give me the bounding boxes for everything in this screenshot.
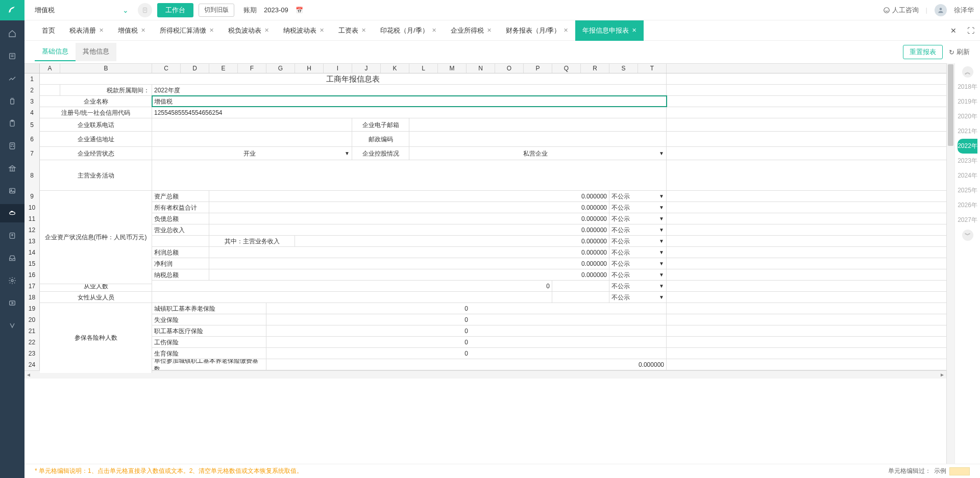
col-header-P[interactable]: P [524,64,552,73]
close-icon[interactable]: ✕ [209,27,214,34]
tab-财务报表（月/季）[interactable]: 财务报表（月/季）✕ [499,20,576,41]
nav-calc-icon[interactable] [0,137,24,155]
tab-企业所得税[interactable]: 企业所得税✕ [444,20,499,41]
col-header-H[interactable]: H [295,64,324,73]
row-header-18[interactable]: 18 [24,292,40,303]
row-header-9[interactable]: 9 [24,191,40,202]
avatar[interactable] [935,4,947,16]
dropdown-disclose-total_assets[interactable]: 不公示▼ [609,191,667,202]
cell-female[interactable] [152,292,552,303]
row-header-16[interactable]: 16 [24,269,40,281]
close-icon[interactable]: ✕ [361,27,366,34]
row-header-12[interactable]: 12 [24,224,40,236]
cell-injury[interactable]: 0 [266,337,667,347]
reset-report-button[interactable]: 重置报表 [903,45,943,59]
close-icon[interactable]: ✕ [264,27,269,34]
dropdown-disclose-profit[interactable]: 不公示▼ [609,247,667,258]
cell-equity[interactable]: 0.000000 [209,202,609,213]
col-header-O[interactable]: O [495,64,524,73]
col-header-N[interactable]: N [467,64,495,73]
row-header-8[interactable]: 8 [24,160,40,191]
nav-jar-icon[interactable] [0,92,24,110]
dropdown-holding[interactable]: 私营企业▼ [409,147,667,160]
cell-netprofit[interactable]: 0.000000 [209,258,609,269]
row-header-4[interactable]: 4 [24,107,40,118]
cell-regno[interactable]: 12554585554554656254 [152,107,667,118]
dropdown-disclose-tax[interactable]: 不公示▼ [609,269,667,280]
year-2025年[interactable]: 2025年 [958,183,977,198]
row-header-15[interactable]: 15 [24,258,40,269]
close-icon[interactable]: ✕ [487,27,492,34]
close-icon[interactable]: ✕ [141,27,145,34]
year-2026年[interactable]: 2026年 [958,198,977,213]
cell-medical[interactable]: 0 [266,325,667,336]
tab-税表清册[interactable]: 税表清册✕ [62,20,111,41]
dropdown-status[interactable]: 开业▼ [152,147,352,160]
cell-pension[interactable]: 0 [266,303,667,314]
cell-tax[interactable]: 0.000000 [209,269,609,280]
nav-pillar-icon[interactable] [0,159,24,178]
tab-工资表[interactable]: 工资表✕ [331,20,373,41]
nav-ledger-icon[interactable] [0,47,24,65]
consult-link[interactable]: 人工咨询 [883,6,919,15]
year-2021年[interactable]: 2021年 [958,124,977,139]
cell-unemployment[interactable]: 0 [266,314,667,325]
vertical-scrollbar[interactable] [946,63,954,464]
horizontal-scrollbar[interactable]: ◄► [24,370,946,379]
doc-circle-button[interactable] [138,3,152,17]
nav-settings-icon[interactable] [0,271,24,290]
col-header-K[interactable]: K [381,64,409,73]
col-header-F[interactable]: F [238,64,266,73]
row-header-6[interactable]: 6 [24,132,40,147]
year-down-icon[interactable]: ︾ [962,230,973,241]
row-header-10[interactable]: 10 [24,202,40,213]
workspace-button[interactable]: 工作台 [157,3,193,17]
tab-增值税[interactable]: 增值税✕ [111,20,153,41]
subtab-basic[interactable]: 基础信息 [35,43,76,61]
row-header-7[interactable]: 7 [24,147,40,160]
dropdown-disclose-revenue[interactable]: 不公示▼ [609,224,667,235]
cell-pension_base[interactable]: 0.000000 [266,359,667,370]
col-header-T[interactable]: T [638,64,667,73]
dropdown-disclose-female[interactable]: 不公示▼ [609,292,667,303]
nav-bowl-icon[interactable] [0,204,24,222]
spreadsheet[interactable]: ABCDEFGHIJKLMNOPQRST 1工商年报信息表2税款所属期间：202… [24,63,946,464]
cell-employees[interactable]: 0 [152,281,552,291]
year-2018年[interactable]: 2018年 [958,80,977,94]
year-up-icon[interactable]: ︽ [962,66,973,78]
cell-profit[interactable]: 0.000000 [209,247,609,258]
company-dropdown[interactable]: 增值税 ⌄ [31,3,133,17]
col-header-E[interactable]: E [209,64,238,73]
cell-email[interactable] [409,118,667,131]
calendar-icon[interactable]: 📅 [296,7,303,14]
row-header-5[interactable]: 5 [24,118,40,132]
tab-首页[interactable]: 首页 [35,20,62,41]
year-2027年[interactable]: 2027年 [958,213,977,228]
col-header-J[interactable]: J [352,64,381,73]
tab-纳税波动表[interactable]: 纳税波动表✕ [276,20,331,41]
row-header-19[interactable]: 19 [24,303,40,314]
row-header-13[interactable]: 13 [24,236,40,247]
year-2023年[interactable]: 2023年 [958,154,977,168]
tab-印花税（月/季）[interactable]: 印花税（月/季）✕ [373,20,444,41]
cell-revenue_sub[interactable]: 0.000000 [295,236,609,246]
cell-maternity[interactable]: 0 [266,348,667,359]
nav-inbox-icon[interactable] [0,249,24,267]
nav-clipboard-icon[interactable] [0,114,24,133]
row-header-1[interactable]: 1 [24,73,40,85]
tab-税负波动表[interactable]: 税负波动表✕ [221,20,276,41]
cell-address[interactable] [152,132,352,146]
period-value[interactable]: 2023-09 [264,6,288,14]
col-header-D[interactable]: D [181,64,209,73]
year-2019年[interactable]: 2019年 [958,94,977,109]
row-header-21[interactable]: 21 [24,325,40,337]
nav-export-icon[interactable] [0,227,24,245]
nav-image-icon[interactable] [0,182,24,200]
row-header-17[interactable]: 17 [24,281,40,292]
row-header-14[interactable]: 14 [24,247,40,258]
nav-chart-icon[interactable] [0,69,24,88]
col-header-L[interactable]: L [409,64,438,73]
close-icon[interactable]: ✕ [99,27,104,34]
dropdown-disclose-revenue_sub[interactable]: 不公示▼ [609,236,667,246]
switch-old-button[interactable]: 切到旧版 [199,4,234,17]
